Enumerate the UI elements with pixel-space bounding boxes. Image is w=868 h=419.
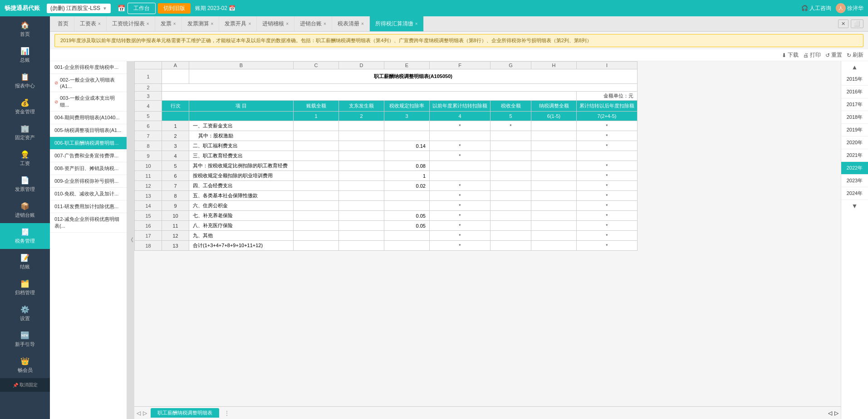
panel-item-008[interactable]: 008-资产折旧、摊销及纳税... (50, 162, 127, 175)
cell-12D[interactable] (339, 181, 384, 191)
cell-3[interactable] (162, 92, 577, 101)
year-2020[interactable]: 2020年 (841, 136, 868, 149)
calendar-icon-btn[interactable]: 📅 (115, 4, 128, 13)
cell-11G[interactable] (490, 171, 531, 181)
cell-16H[interactable] (531, 221, 577, 231)
year-2016[interactable]: 2016年 (841, 86, 868, 98)
cell-8C[interactable] (294, 141, 339, 151)
year-2022[interactable]: 2022年 (841, 162, 868, 175)
tab-payroll[interactable]: 工资表 × (74, 16, 107, 31)
tab-income-tax-close[interactable]: × (415, 21, 418, 26)
sidebar-item-reports[interactable]: 📋 报表中心 (0, 68, 50, 94)
download-button[interactable]: ⬇ 下载 (782, 51, 799, 59)
tab-invoice-calc-close[interactable]: × (211, 21, 214, 26)
cell-7C[interactable] (294, 131, 339, 141)
label-15[interactable]: 七、补充养老保险 (189, 211, 294, 221)
year-2017[interactable]: 2017年 (841, 98, 868, 111)
cell-9G[interactable] (490, 151, 531, 161)
cell-9D[interactable] (339, 151, 384, 161)
panel-item-010[interactable]: 010-免税、减收收入及加计... (50, 188, 127, 200)
cell-7E[interactable] (384, 131, 430, 141)
cell-6D[interactable] (339, 121, 384, 131)
cell-11H[interactable] (531, 171, 577, 181)
cell-7F[interactable] (430, 131, 490, 141)
tab-tax-book[interactable]: 税表清册 × (332, 16, 370, 31)
year-2018[interactable]: 2018年 (841, 111, 868, 124)
reset-button[interactable]: ↺ 重置 (825, 51, 842, 59)
tab-tax-book-close[interactable]: × (361, 21, 364, 26)
period-calendar-icon[interactable]: 📅 (229, 5, 235, 11)
user-service[interactable]: 🎧 人工咨询 (801, 5, 831, 12)
next-sheet-btn[interactable]: ▷ (143, 410, 147, 416)
sidebar-item-ledger[interactable]: 📊 总账 (0, 42, 50, 68)
sidebar-item-vip[interactable]: 👑 畅会员 (0, 352, 50, 378)
cell-8D[interactable] (339, 141, 384, 151)
panel-item-012[interactable]: 012-减免企业所得税优惠明细表(... (50, 213, 127, 233)
cell-7D[interactable] (339, 131, 384, 141)
year-2024[interactable]: 2024年 (841, 187, 868, 200)
user-profile[interactable]: 人 徐淬华 (836, 3, 863, 13)
sidebar-item-settings[interactable]: ⚙️ 设置 (0, 301, 50, 326)
tab-invoice-calc[interactable]: 发票测算 × (182, 16, 220, 31)
label-13[interactable]: 五、各类基本社会保障性缴款 (189, 191, 294, 201)
cell-16G[interactable] (490, 221, 531, 231)
sidebar-item-home[interactable]: 🏠 首页 (0, 16, 50, 42)
label-11[interactable]: 按税收规定全额扣除的职业培训费用 (189, 171, 294, 181)
prev-sheet-btn[interactable]: ◁ (137, 410, 141, 416)
cell-18E[interactable] (384, 241, 430, 251)
cell-9C[interactable] (294, 151, 339, 161)
cell-6C[interactable] (294, 121, 339, 131)
tab-invoice-open[interactable]: 发票开具 × (219, 16, 257, 31)
cell-12C[interactable] (294, 181, 339, 191)
company-selector[interactable]: (勿删) 江西股宝-LSS ▼ (47, 4, 111, 13)
cell-11D[interactable] (339, 171, 384, 181)
panel-item-003[interactable]: ⊘ 003-一般企业成本支出明细... (50, 92, 127, 112)
year-2015[interactable]: 2015年 (841, 73, 868, 86)
scroll-right-icon[interactable]: ▷ (834, 410, 839, 416)
unpin-button[interactable]: 📌 取消固定 (0, 378, 50, 392)
cell-15C[interactable] (294, 211, 339, 221)
sidebar-item-purchases[interactable]: 📦 进销台账 (0, 197, 50, 223)
cell-13D[interactable] (339, 191, 384, 201)
cell-11F[interactable] (430, 171, 490, 181)
label-18[interactable]: 合计(1+3+4+7+8+9+10+11+12) (189, 241, 294, 251)
cell-6E[interactable] (384, 121, 430, 131)
tab-close-all[interactable]: ✕ (838, 19, 848, 28)
cell-16C[interactable] (294, 221, 339, 231)
cell-17H[interactable] (531, 231, 577, 241)
bottom-tab-payroll[interactable]: 职工薪酬纳税调整明细表 (151, 408, 219, 418)
sidebar-item-archive[interactable]: 🗂️ 归档管理 (0, 275, 50, 301)
year-2019[interactable]: 2019年 (841, 124, 868, 136)
tab-invoice-open-close[interactable]: × (248, 21, 251, 26)
cell-7H[interactable] (531, 131, 577, 141)
label-12[interactable]: 四、工会经费支出 (189, 181, 294, 191)
cell-15E[interactable]: 0.05 (384, 211, 430, 221)
cell-18D[interactable] (339, 241, 384, 251)
print-button[interactable]: 🖨 打印 (803, 51, 821, 59)
cell-16E[interactable]: 0.05 (384, 221, 430, 231)
cell-15G[interactable] (490, 211, 531, 221)
year-2023[interactable]: 2023年 (841, 175, 868, 187)
cell-2[interactable] (162, 84, 638, 92)
year-down-nav[interactable]: ▼ (849, 200, 860, 212)
panel-item-009[interactable]: 009-企业所得税弥补亏损明... (50, 175, 127, 188)
sidebar-item-finance[interactable]: 💰 资金管理 (0, 94, 50, 120)
tab-payroll-stats-close[interactable]: × (147, 21, 149, 26)
panel-item-006[interactable]: 006-职工薪酬纳税调整明细... (50, 137, 127, 150)
cell-11C[interactable] (294, 171, 339, 181)
cell-7G[interactable] (490, 131, 531, 141)
panel-item-007[interactable]: 007-广告费和业务宣传费弹... (50, 150, 127, 162)
cell-13H[interactable] (531, 191, 577, 201)
cell-9H[interactable] (531, 151, 577, 161)
sidebar-item-closing[interactable]: 📝 结账 (0, 249, 50, 275)
tab-invoice[interactable]: 发票 × (155, 16, 182, 31)
cell-10G[interactable] (490, 161, 531, 171)
label-17[interactable]: 九、其他 (189, 231, 294, 241)
tab-payroll-close[interactable]: × (98, 21, 101, 26)
cell-8G[interactable] (490, 141, 531, 151)
tab-purchase-check[interactable]: 进销稽核 × (257, 16, 294, 31)
sidebar-item-tax[interactable]: 🧾 税务管理 (0, 223, 50, 249)
cell-10H[interactable] (531, 161, 577, 171)
tab-purchase-check-close[interactable]: × (286, 21, 289, 26)
panel-item-002[interactable]: ⊘ 002-一般企业收入明细表(A1... (50, 74, 127, 92)
